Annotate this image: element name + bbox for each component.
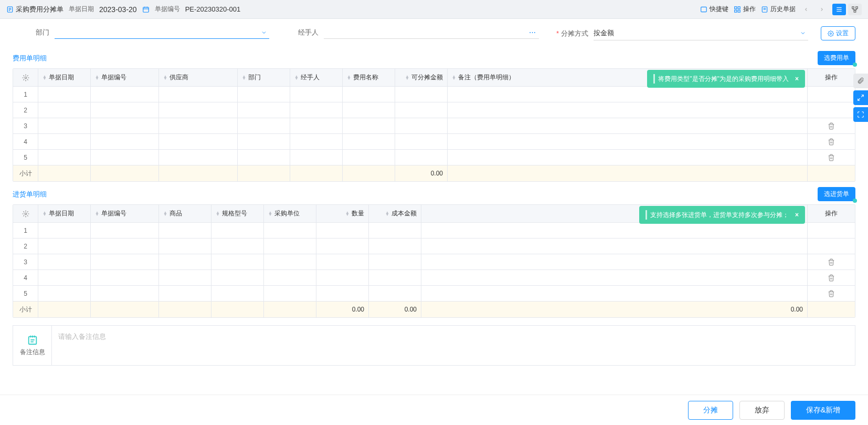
prev-arrow-icon[interactable] — [801, 4, 811, 15]
handler-input-wrap[interactable]: ⋯ — [324, 26, 538, 39]
table-row[interactable]: 3 — [13, 254, 855, 270]
hint-dot-icon — [853, 63, 857, 67]
select-stock-button[interactable]: 选进货单 — [818, 187, 855, 201]
svg-rect-8 — [701, 7, 707, 12]
stock-title: 进货单明细 — [13, 190, 47, 199]
sort-icon: ▲▼ — [43, 76, 47, 80]
sort-icon: ▲▼ — [163, 76, 167, 80]
svg-rect-4 — [143, 7, 149, 12]
table-row[interactable]: 4 — [13, 270, 855, 286]
svg-point-29 — [830, 33, 831, 34]
svg-rect-15 — [738, 10, 740, 12]
col-gear[interactable] — [13, 69, 38, 86]
svg-rect-23 — [856, 6, 858, 8]
svg-rect-13 — [738, 6, 740, 8]
col-date[interactable]: ▲▼单据日期 — [38, 69, 91, 86]
table-row[interactable]: 4 — [13, 134, 855, 150]
allocate-button[interactable]: 分摊 — [688, 401, 733, 420]
col-dept[interactable]: ▲▼部门 — [238, 69, 290, 86]
remark-textarea[interactable] — [58, 332, 849, 357]
col-allocatable[interactable]: ▲▼可分摊金额 — [395, 69, 448, 86]
svg-rect-22 — [852, 6, 854, 8]
col-no[interactable]: ▲▼单据编号 — [91, 69, 159, 86]
trash-icon[interactable] — [828, 122, 835, 130]
settings-button[interactable]: 设置 — [821, 26, 855, 40]
col-unit[interactable]: ▲▼采购单位 — [264, 205, 316, 222]
date-value: 2023-03-20 — [99, 5, 137, 14]
chevron-down-icon[interactable] — [798, 30, 808, 36]
row-index: 2 — [13, 239, 38, 254]
sort-icon: ▲▼ — [95, 76, 99, 80]
shortcut-link[interactable]: 快捷键 — [700, 5, 728, 14]
history-link[interactable]: 历史单据 — [761, 5, 796, 14]
expense-tip-text: 将费用类型"是否分摊"为是的采购费用明细带入 — [658, 74, 789, 84]
table-row[interactable]: 2 — [13, 102, 855, 118]
col-product[interactable]: ▲▼商品 — [159, 205, 211, 222]
gear-icon — [22, 210, 29, 217]
svg-rect-12 — [735, 6, 737, 8]
col-supplier[interactable]: ▲▼供应商 — [159, 69, 238, 86]
dept-input-wrap[interactable] — [55, 26, 269, 39]
svg-rect-14 — [735, 10, 737, 12]
select-expense-button[interactable]: 选费用单 — [818, 51, 855, 65]
operate-link[interactable]: 操作 — [734, 5, 756, 14]
save-add-button[interactable]: 保存&新增 — [791, 401, 855, 420]
side-handles — [853, 74, 868, 122]
trash-icon[interactable] — [828, 258, 835, 266]
select-expense-label: 选费用单 — [824, 54, 849, 61]
table-row[interactable]: 3 — [13, 118, 855, 134]
shortcut-label: 快捷键 — [710, 5, 728, 14]
sort-icon: ▲▼ — [347, 76, 351, 80]
settings-label: 设置 — [836, 29, 849, 38]
col-spec[interactable]: ▲▼规格型号 — [211, 205, 264, 222]
method-select[interactable]: 按金额 — [594, 26, 808, 40]
col-fee-name[interactable]: ▲▼费用名称 — [343, 69, 395, 86]
attachment-icon[interactable] — [853, 74, 868, 88]
col-date[interactable]: ▲▼单据日期 — [38, 205, 91, 222]
col-cost[interactable]: ▲▼成本金额 — [369, 205, 421, 222]
sort-icon: ▲▼ — [95, 212, 99, 216]
svg-line-38 — [861, 95, 863, 97]
view-tree-icon[interactable] — [848, 4, 862, 15]
more-icon[interactable]: ⋯ — [527, 28, 539, 36]
stock-tip-text: 支持选择多张进货单，进货单支持多次参与分摊； — [650, 210, 789, 220]
keyboard-icon — [700, 6, 707, 13]
table-row[interactable]: 5 — [13, 286, 855, 302]
col-handler[interactable]: ▲▼经手人 — [290, 69, 343, 86]
remark-input-wrap — [52, 326, 855, 365]
stock-head: 进货单明细 选进货单 — [13, 187, 855, 201]
table-row[interactable]: 1 — [13, 223, 855, 239]
stock-subtotal-row: 小计 0.00 0.00 0.00 — [13, 302, 855, 317]
close-icon[interactable]: × — [795, 74, 799, 84]
trash-icon[interactable] — [828, 154, 835, 161]
trash-icon[interactable] — [828, 290, 835, 297]
col-no[interactable]: ▲▼单据编号 — [91, 205, 159, 222]
svg-point-30 — [25, 77, 27, 79]
row-index: 3 — [13, 118, 38, 133]
calendar-icon[interactable] — [142, 6, 150, 13]
dept-group: 部门 — [13, 26, 269, 39]
fullscreen-icon[interactable] — [853, 107, 868, 122]
row-index: 4 — [13, 134, 38, 149]
expand-icon[interactable] — [853, 90, 868, 105]
top-toolbar: 采购费用分摊单 单据日期 2023-03-20 单据编号 PE-20230320… — [0, 0, 868, 19]
table-row[interactable]: 5 — [13, 150, 855, 165]
handler-input[interactable] — [324, 28, 526, 36]
chevron-down-icon[interactable] — [259, 29, 269, 36]
stock-tip: 支持选择多张进货单，进货单支持多次参与分摊； × — [639, 206, 805, 224]
col-gear[interactable] — [13, 205, 38, 222]
date-label: 单据日期 — [69, 5, 94, 14]
view-list-icon[interactable] — [832, 4, 846, 15]
trash-icon[interactable] — [828, 138, 835, 146]
discard-button[interactable]: 放弃 — [739, 401, 785, 420]
table-row[interactable]: 1 — [13, 87, 855, 102]
tip-bar-icon — [653, 74, 655, 84]
trash-icon[interactable] — [828, 274, 835, 282]
col-qty[interactable]: ▲▼数量 — [316, 205, 369, 222]
table-row[interactable]: 2 — [13, 239, 855, 254]
remark-label: 备注信息 — [20, 348, 45, 357]
close-icon[interactable]: × — [795, 210, 799, 220]
dept-input[interactable] — [55, 28, 259, 36]
history-label: 历史单据 — [770, 5, 796, 14]
next-arrow-icon[interactable] — [817, 4, 827, 15]
